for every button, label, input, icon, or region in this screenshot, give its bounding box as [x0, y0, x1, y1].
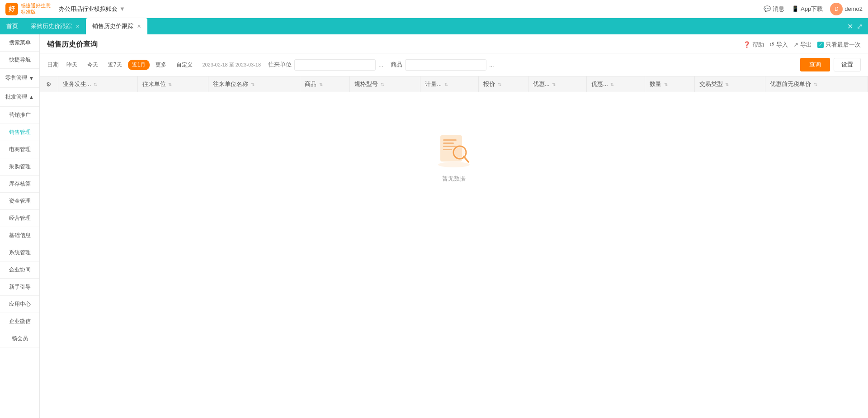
- sort-arrows-discount1: ⇅: [552, 82, 556, 87]
- th-biz-date-label: 业务发生...: [63, 81, 91, 87]
- sort-arrows-unit: ⇅: [444, 82, 448, 87]
- tab-sales-history[interactable]: 销售历史价跟踪 ✕: [86, 18, 147, 34]
- goods-label: 商品: [391, 61, 402, 69]
- th-unit[interactable]: 计量... ⇅: [420, 76, 479, 92]
- partner-dots[interactable]: ...: [378, 62, 383, 68]
- th-pretax-price[interactable]: 优惠前无税单价 ⇅: [765, 76, 868, 92]
- sidebar-item-basic-info[interactable]: 基础信息: [0, 227, 39, 244]
- dropdown-icon[interactable]: ▼: [119, 5, 125, 12]
- wholesale-mgmt-label: 批发管理: [5, 93, 27, 101]
- th-gear[interactable]: ⚙: [40, 76, 58, 92]
- import-btn[interactable]: ↺ 导入: [769, 41, 788, 49]
- sidebar-item-enterprise-wechat[interactable]: 企业微信: [0, 313, 39, 330]
- sort-arrows-discount2: ⇅: [610, 82, 614, 87]
- sort-arrows-partner-code: ⇅: [168, 82, 172, 87]
- date-btn-7days[interactable]: 近7天: [104, 60, 126, 70]
- sidebar-item-search-menu[interactable]: 搜索菜单: [0, 34, 39, 52]
- filter-actions: 查询 设置: [800, 58, 861, 71]
- sidebar-item-finance-mgmt[interactable]: 资金管理: [0, 193, 39, 210]
- app-title-area: 办公用品行业模拟账套 ▼: [59, 5, 125, 13]
- sidebar-item-ops-mgmt[interactable]: 经营管理: [0, 210, 39, 227]
- th-discount2[interactable]: 优惠... ⇅: [586, 76, 645, 92]
- sidebar-item-marketing[interactable]: 营销推广: [0, 107, 39, 124]
- retail-mgmt-arrow: ▼: [29, 75, 34, 81]
- th-discount1-label: 优惠...: [533, 81, 550, 87]
- empty-text: 暂无数据: [442, 175, 466, 183]
- content-area: 销售历史价查询 ❓ 帮助 ↺ 导入 ↗ 导出 ✓ 只看最后一次: [40, 34, 868, 418]
- th-partner-name[interactable]: 往来单位名称 ⇅: [208, 76, 300, 92]
- th-price[interactable]: 报价 ⇅: [479, 76, 528, 92]
- export-btn[interactable]: ↗ 导出: [793, 41, 812, 49]
- query-btn[interactable]: 查询: [800, 58, 830, 71]
- th-qty[interactable]: 数量 ⇅: [645, 76, 694, 92]
- sidebar-item-ecom-mgmt[interactable]: 电商管理: [0, 141, 39, 158]
- sidebar-item-quick-nav[interactable]: 快捷导航: [0, 52, 39, 69]
- empty-state: 暂无数据: [40, 92, 868, 219]
- page-actions: ❓ 帮助 ↺ 导入 ↗ 导出 ✓ 只看最后一次: [743, 41, 861, 49]
- user-area[interactable]: D demo2: [830, 3, 863, 15]
- sort-arrows-qty: ⇅: [664, 82, 668, 87]
- sidebar-item-enterprise[interactable]: 企业协同: [0, 261, 39, 279]
- only-last-checkbox-label[interactable]: ✓ 只看最后一次: [817, 41, 861, 49]
- goods-filter-group: 商品 ...: [391, 59, 494, 71]
- sort-arrows-price: ⇅: [498, 82, 501, 87]
- sidebar-item-sys-mgmt[interactable]: 系统管理: [0, 244, 39, 261]
- sidebar-item-sales-mgmt[interactable]: 销售管理: [0, 124, 39, 141]
- tab-sales-history-close[interactable]: ✕: [137, 24, 141, 29]
- date-label: 日期: [47, 61, 59, 69]
- app-download-btn[interactable]: 📱 App下载: [792, 5, 823, 13]
- main-layout: 搜索菜单 快捷导航 零售管理 ▼ 批发管理 ▲ 营销推广 销售管理 电商管理 采…: [0, 34, 868, 418]
- sidebar: 搜索菜单 快捷导航 零售管理 ▼ 批发管理 ▲ 营销推广 销售管理 电商管理 采…: [0, 34, 40, 418]
- sort-arrows-pretax-price: ⇅: [814, 82, 817, 87]
- sidebar-item-retail-mgmt[interactable]: 零售管理 ▼: [0, 69, 39, 88]
- goods-dots[interactable]: ...: [489, 62, 494, 68]
- top-bar-right: 💬 消息 📱 App下载 D demo2: [764, 3, 863, 15]
- goods-input[interactable]: [405, 59, 486, 71]
- date-btn-custom[interactable]: 自定义: [172, 60, 197, 70]
- sidebar-item-vip[interactable]: 畅会员: [0, 330, 39, 347]
- table-header-row: ⚙ 业务发生... ⇅ 往来单位 ⇅ 往来单位名称 ⇅: [40, 76, 868, 92]
- message-btn[interactable]: 💬 消息: [764, 5, 784, 13]
- tab-home[interactable]: 首页: [0, 18, 24, 34]
- th-discount1[interactable]: 优惠... ⇅: [528, 76, 586, 92]
- sidebar-item-new-guide[interactable]: 新手引导: [0, 279, 39, 296]
- th-spec[interactable]: 规格型号 ⇅: [349, 76, 420, 92]
- partner-filter-group: 往来单位 ...: [268, 59, 383, 71]
- svg-rect-3: [443, 142, 454, 144]
- th-partner-code[interactable]: 往来单位 ⇅: [137, 76, 208, 92]
- svg-rect-2: [443, 139, 457, 141]
- sort-arrows-spec: ⇅: [381, 82, 384, 87]
- partner-input[interactable]: [294, 59, 376, 71]
- page-title: 销售历史价查询: [47, 40, 98, 49]
- sidebar-item-app-center[interactable]: 应用中心: [0, 296, 39, 313]
- phone-icon: 📱: [792, 5, 799, 12]
- th-trade-type[interactable]: 交易类型 ⇅: [694, 76, 765, 92]
- th-goods[interactable]: 商品 ⇅: [300, 76, 349, 92]
- th-discount2-label: 优惠...: [591, 81, 608, 87]
- only-last-checkbox[interactable]: ✓: [817, 42, 824, 48]
- top-bar-left: 好 畅捷通好生意 标准版 办公用品行业模拟账套 ▼: [5, 3, 125, 15]
- date-btn-yesterday[interactable]: 昨天: [62, 60, 81, 70]
- tab-purchase-history[interactable]: 采购历史价跟踪 ✕: [24, 18, 86, 34]
- sort-arrows-goods: ⇅: [319, 82, 323, 87]
- settings-btn[interactable]: 设置: [834, 58, 861, 71]
- date-btn-today[interactable]: 今天: [83, 60, 102, 70]
- th-unit-label: 计量...: [425, 81, 442, 87]
- sidebar-item-inventory[interactable]: 库存核算: [0, 176, 39, 193]
- date-btn-1month[interactable]: 近1月: [128, 60, 150, 70]
- sort-arrows-trade-type: ⇅: [725, 82, 729, 87]
- th-trade-type-label: 交易类型: [699, 81, 723, 87]
- sidebar-item-wholesale-mgmt[interactable]: 批发管理 ▲: [0, 88, 39, 107]
- tab-purchase-history-close[interactable]: ✕: [75, 24, 80, 29]
- maximize-btn[interactable]: ⤢: [857, 22, 863, 31]
- retail-mgmt-label: 零售管理: [5, 74, 27, 82]
- date-btn-more[interactable]: 更多: [151, 60, 170, 70]
- tab-sales-history-label: 销售历史价跟踪: [92, 22, 133, 30]
- sort-arrows-biz-date: ⇅: [94, 82, 97, 87]
- th-spec-label: 规格型号: [354, 81, 378, 87]
- th-biz-date[interactable]: 业务发生... ⇅: [58, 76, 137, 92]
- sidebar-item-purchase-mgmt[interactable]: 采购管理: [0, 158, 39, 176]
- close-window-btn[interactable]: ✕: [847, 22, 853, 31]
- help-btn[interactable]: ❓ 帮助: [743, 41, 764, 49]
- svg-rect-4: [443, 146, 456, 147]
